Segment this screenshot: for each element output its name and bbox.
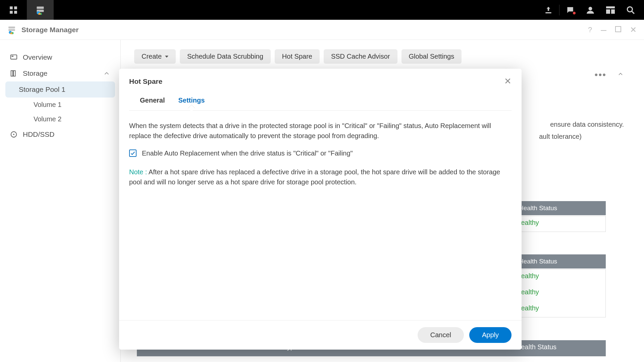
chevron-up-icon: [103, 70, 110, 77]
bg-text-fault: ault tolerance): [539, 133, 582, 140]
bg-table-header: Health Status: [514, 254, 606, 268]
bg-text-consistency: ensure data consistency.: [550, 121, 624, 128]
window-controls: ? – ✕: [588, 25, 637, 35]
svg-rect-10: [606, 6, 615, 8]
window-titlebar: Storage Manager ? – ✕: [0, 20, 644, 40]
hot-spare-button[interactable]: Hot Spare: [275, 49, 320, 64]
maximize-icon: [615, 26, 621, 32]
upload-tray-button[interactable]: [538, 0, 558, 20]
auto-replacement-row: Enable Auto Replacement when the drive s…: [129, 148, 512, 158]
sidebar-item-hdd-ssd[interactable]: HDD/SSD: [0, 126, 120, 142]
chevron-up-icon: [617, 71, 624, 77]
notifications-button[interactable]: [560, 0, 580, 20]
button-label: Create: [142, 53, 162, 60]
dialog-footer: Cancel Apply: [119, 320, 522, 350]
window-title: Storage Manager: [21, 26, 78, 34]
sidebar-label: Volume 2: [34, 115, 61, 123]
check-icon: [130, 150, 136, 156]
collapse-panel-button[interactable]: [617, 71, 624, 79]
svg-point-13: [627, 7, 632, 12]
svg-line-14: [632, 11, 634, 14]
search-button[interactable]: [621, 0, 641, 20]
help-button[interactable]: ?: [588, 25, 592, 34]
sidebar-label: Volume 1: [34, 101, 61, 108]
svg-rect-0: [10, 6, 13, 9]
taskbar-app-storage-manager[interactable]: [27, 0, 54, 20]
checkbox-label: Enable Auto Replacement when the drive s…: [142, 148, 353, 158]
schedule-scrubbing-button[interactable]: Schedule Data Scrubbing: [180, 49, 271, 64]
sidebar-item-volume-1[interactable]: Volume 1: [0, 98, 120, 112]
svg-rect-21: [11, 55, 17, 59]
content-toolbar: Create Schedule Data Scrubbing Hot Spare…: [134, 49, 631, 64]
storage-manager-icon: [36, 5, 45, 15]
note-text: After a hot spare drive has replaced a d…: [129, 168, 500, 186]
close-button[interactable]: ✕: [630, 25, 637, 35]
global-settings-button[interactable]: Global Settings: [401, 49, 462, 64]
taskbar-separator: [559, 5, 559, 15]
dialog-close-button[interactable]: ✕: [504, 76, 512, 86]
dialog-description: When the system detects that a drive in …: [129, 121, 512, 141]
svg-rect-1: [14, 6, 17, 9]
svg-rect-23: [11, 71, 13, 76]
ssd-cache-advisor-button[interactable]: SSD Cache Advisor: [324, 49, 397, 64]
taskbar-left: [0, 0, 54, 20]
storage-icon: [10, 70, 17, 77]
widgets-button[interactable]: [600, 0, 621, 20]
dialog-note: Note : After a hot spare drive has repla…: [129, 167, 512, 187]
user-icon: [586, 6, 595, 14]
create-button[interactable]: Create: [134, 49, 176, 64]
auto-replacement-checkbox[interactable]: [129, 149, 137, 157]
svg-rect-4: [37, 6, 44, 9]
svg-rect-3: [14, 11, 17, 14]
svg-rect-2: [10, 11, 13, 14]
bg-col-health: Health Status: [516, 343, 556, 351]
sidebar-label: Overview: [23, 53, 52, 61]
search-icon: [626, 6, 635, 14]
cancel-button[interactable]: Cancel: [418, 327, 464, 343]
hdd-icon: [10, 131, 17, 138]
dialog-title: Hot Spare: [129, 77, 162, 85]
maximize-button[interactable]: [615, 25, 621, 34]
app-icon: [7, 25, 16, 34]
svg-rect-15: [8, 26, 15, 28]
dialog-header: Hot Spare ✕: [119, 69, 522, 89]
sidebar-item-storage[interactable]: Storage: [0, 65, 120, 81]
note-label: Note :: [129, 168, 149, 176]
taskbar-right: [538, 0, 644, 20]
hot-spare-dialog: Hot Spare ✕ General Settings When the sy…: [119, 69, 522, 350]
tab-general[interactable]: General: [139, 93, 165, 110]
dashboard-icon: [606, 6, 615, 14]
tab-settings[interactable]: Settings: [177, 93, 205, 110]
sidebar-item-volume-2[interactable]: Volume 2: [0, 112, 120, 126]
upload-icon: [544, 6, 553, 14]
sidebar-label: Storage Pool 1: [19, 85, 65, 94]
svg-rect-24: [13, 71, 15, 76]
bg-table-header: Health Status: [514, 201, 606, 215]
svg-rect-22: [12, 56, 14, 57]
sidebar-label: Storage: [23, 69, 48, 77]
dialog-body: When the system detects that a drive in …: [119, 111, 522, 320]
caret-down-icon: [165, 56, 168, 58]
grid-icon: [9, 6, 18, 14]
sidebar-label: HDD/SSD: [23, 130, 55, 138]
sidebar-item-overview[interactable]: Overview: [0, 49, 120, 65]
more-actions-button[interactable]: •••: [595, 69, 606, 80]
svg-point-9: [589, 7, 592, 10]
svg-point-26: [13, 134, 14, 135]
sidebar: Overview Storage Storage Pool 1 Volume 1…: [0, 40, 121, 362]
sidebar-item-storage-pool-1[interactable]: Storage Pool 1: [5, 81, 115, 98]
svg-rect-16: [8, 29, 15, 31]
apply-button[interactable]: Apply: [469, 327, 512, 343]
overview-icon: [10, 54, 17, 61]
svg-rect-12: [611, 9, 615, 14]
svg-rect-20: [615, 26, 621, 32]
svg-rect-11: [606, 9, 610, 14]
user-button[interactable]: [580, 0, 600, 20]
main-menu-button[interactable]: [0, 0, 27, 20]
dialog-tabs: General Settings: [129, 89, 512, 111]
system-taskbar: [0, 0, 644, 20]
notification-badge-icon: [572, 11, 576, 15]
